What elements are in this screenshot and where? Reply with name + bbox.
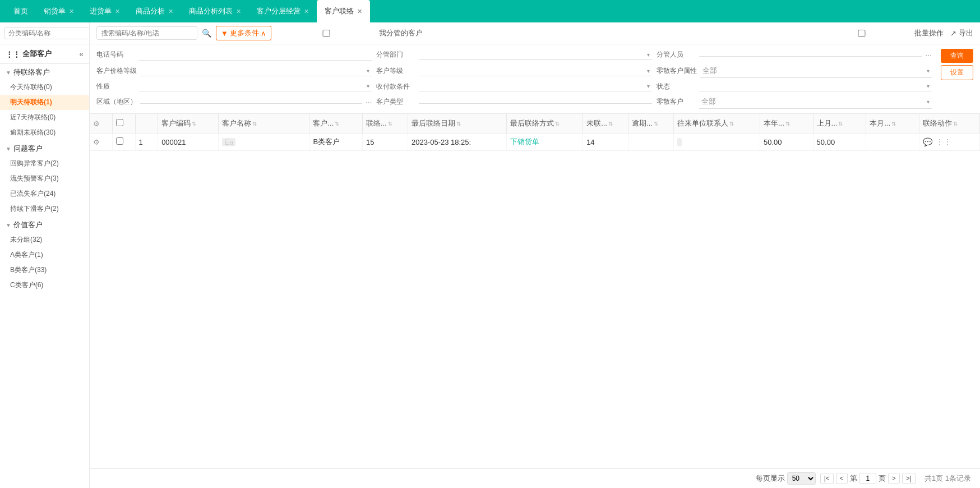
gear-icon[interactable]: ⚙	[93, 119, 100, 128]
phone-input[interactable]	[139, 49, 372, 61]
sort-icon-contact[interactable]: ⇅	[388, 121, 392, 127]
my-customers-check[interactable]	[276, 30, 377, 37]
nav-item-进货单[interactable]: 进货单✕	[82, 0, 128, 22]
sidebar-item[interactable]: 未分组(32)	[0, 232, 89, 247]
per-page-select[interactable]: 50 100 200	[787, 472, 816, 485]
sidebar-item[interactable]: 近7天待联络(0)	[0, 110, 89, 125]
sidebar-item[interactable]: A类客户(1)	[0, 247, 89, 263]
nature-label: 性质	[96, 82, 136, 91]
sort-icon-this_month[interactable]: ⇅	[891, 121, 896, 127]
set-button[interactable]: 设置	[941, 65, 973, 80]
batch-operation-btn[interactable]: 批量操作	[811, 28, 944, 38]
query-button[interactable]: 查询	[941, 49, 973, 63]
price-grade-select[interactable]: ▾	[140, 66, 372, 76]
col-label-overdue: 逾期...	[632, 118, 653, 128]
dept-field: 分管部门 ▾	[376, 50, 651, 60]
sidebar-search-input[interactable]	[4, 27, 90, 39]
nav-item-商品分析[interactable]: 商品分析✕	[128, 0, 181, 22]
page-suffix: 页	[879, 473, 886, 484]
sidebar: 🔍 ⋮⋮ 全部客户 « ▼ 待联络客户今天待联络(0)明天待联络(1)近7天待联…	[0, 22, 90, 488]
sort-icon-not_linked[interactable]: ⇅	[608, 121, 613, 127]
sidebar-section-价值客户[interactable]: ▼ 价值客户	[0, 217, 89, 232]
nav-item-客户联络[interactable]: 客户联络✕	[317, 0, 370, 22]
nav-close-icon[interactable]: ✕	[357, 8, 362, 15]
sort-icon-overdue[interactable]: ⇅	[654, 121, 658, 127]
nav-close-icon[interactable]: ✕	[304, 8, 309, 15]
nav-item-销货单[interactable]: 销货单✕	[36, 0, 82, 22]
first-page-btn[interactable]: |<	[820, 473, 834, 484]
sidebar-item[interactable]: 逾期未联络(30)	[0, 125, 89, 140]
sidebar-section-待联络客户[interactable]: ▼ 待联络客户	[0, 64, 89, 80]
price-grade-label: 客户价格等级	[96, 66, 137, 76]
nav-item-商品分析列表[interactable]: 商品分析列表✕	[181, 0, 249, 22]
sort-icon-last_month[interactable]: ⇅	[838, 121, 843, 127]
dept-select[interactable]: ▾	[419, 50, 651, 60]
export-btn[interactable]: ↗ 导出	[950, 28, 973, 38]
action-chat-icon[interactable]: 💬	[923, 137, 932, 146]
nav-close-icon[interactable]: ✕	[115, 8, 120, 15]
sort-icon-type[interactable]: ⇅	[335, 121, 339, 127]
nav-close-icon[interactable]: ✕	[69, 8, 74, 15]
cust-grade-select[interactable]: ▾	[419, 66, 651, 76]
dept-label: 分管部门	[376, 50, 415, 59]
sort-icon-this_year[interactable]: ⇅	[785, 121, 790, 127]
last-page-btn[interactable]: >|	[902, 473, 916, 484]
sidebar-item[interactable]: 已流失客户(24)	[0, 186, 89, 201]
advanced-filter: 电话号码 分管部门 ▾ 分管人员	[90, 44, 980, 114]
prev-page-btn[interactable]: <	[836, 473, 848, 484]
my-customers-checkbox[interactable]: 我分管的客户	[276, 28, 423, 38]
sidebar-item[interactable]: 明天待联络(1)	[0, 95, 89, 110]
nav-close-icon[interactable]: ✕	[236, 8, 241, 15]
sidebar-item[interactable]: B类客户(33)	[0, 263, 89, 278]
col-code: 客户编码⇅	[158, 114, 219, 133]
col-gear: ⚙	[90, 114, 113, 133]
sort-icon-last_contact_way[interactable]: ⇅	[555, 121, 560, 127]
retail-cust-select[interactable]: 全部 ▾	[699, 95, 932, 109]
sidebar-section-问题客户[interactable]: ▼ 问题客户	[0, 140, 89, 156]
retail-attr-select[interactable]: 全部 ▾	[700, 64, 932, 78]
nav-close-icon[interactable]: ✕	[168, 8, 173, 15]
sort-icon-unit_contact[interactable]: ⇅	[729, 121, 734, 127]
sidebar-all-customers[interactable]: ⋮⋮ 全部客户 «	[0, 44, 89, 64]
select-all-checkbox[interactable]	[116, 119, 123, 126]
sidebar-item[interactable]: 回购异常客户(2)	[0, 156, 89, 171]
col-label-not_linked: 未联...	[586, 118, 607, 128]
row-checkbox[interactable]	[116, 137, 123, 145]
sidebar-item[interactable]: C类客户(6)	[0, 278, 89, 293]
region-dots[interactable]: ···	[366, 98, 372, 107]
dept-caret-icon: ▾	[647, 52, 650, 58]
payment-select[interactable]: ▾	[419, 81, 651, 91]
sort-icon-name[interactable]: ⇅	[252, 121, 257, 127]
nav-item-客户分层经营[interactable]: 客户分层经营✕	[249, 0, 317, 22]
cust-type-field: 客户类型	[376, 97, 651, 107]
col-checkbox	[113, 114, 136, 133]
more-conditions-label: 更多条件	[230, 28, 259, 38]
export-icon: ↗	[950, 29, 956, 38]
sidebar-collapse-icon[interactable]: «	[79, 49, 84, 58]
col-label-last_contact_way: 最后联络方式	[510, 118, 554, 128]
nature-select[interactable]: ▾	[139, 81, 372, 91]
content-area: 🔍 ▼ 更多条件 ∧ 我分管的客户 批量操作 ↗ 导出	[90, 22, 980, 488]
sidebar-item[interactable]: 今天待联络(0)	[0, 80, 89, 95]
sort-icon-action[interactable]: ⇅	[953, 121, 958, 127]
sort-icon-last_contact_date[interactable]: ⇅	[456, 121, 461, 127]
sort-icon-code[interactable]: ⇅	[192, 121, 196, 127]
sidebar-item[interactable]: 持续下滑客户(2)	[0, 201, 89, 217]
sidebar-item[interactable]: 流失预警客户(3)	[0, 171, 89, 186]
retail-attr-caret-icon: ▾	[927, 68, 930, 74]
table-header-row: ⚙客户编码⇅客户名称⇅客户...⇅联络...⇅最后联络日期⇅最后联络方式⇅未联.…	[90, 114, 980, 133]
row-gear-icon[interactable]: ⚙	[93, 138, 100, 146]
export-label: 导出	[959, 28, 973, 38]
search-input[interactable]	[96, 26, 197, 40]
status-select[interactable]: ▾	[699, 81, 932, 91]
cust-type-select[interactable]	[419, 100, 651, 104]
manager-dots[interactable]: ···	[925, 50, 932, 59]
page-input[interactable]	[859, 473, 876, 484]
next-page-btn[interactable]: >	[888, 473, 900, 484]
last-contact-way-link[interactable]: 下销货单	[510, 137, 539, 146]
more-conditions-btn[interactable]: ▼ 更多条件 ∧	[216, 26, 271, 40]
batch-checkbox[interactable]	[811, 30, 912, 37]
action-more-icon[interactable]: ⋮⋮	[936, 137, 951, 146]
filter-search-icon[interactable]: 🔍	[202, 29, 211, 38]
nav-item-首页[interactable]: 首页	[6, 0, 36, 22]
